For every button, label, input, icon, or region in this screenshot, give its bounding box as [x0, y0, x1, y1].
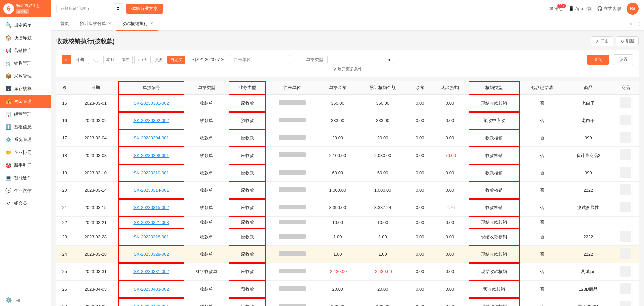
expand-more-btn[interactable]: ∨ 展开更多条件	[333, 66, 362, 72]
sidebar-item-newbie[interactable]: 🎯 新手引导	[0, 159, 51, 172]
doc-no-link[interactable]: SK-20230408-001	[133, 304, 169, 306]
settings-gear-btn[interactable]: ⚙	[113, 3, 123, 14]
cell-verify-type: 收款核销	[469, 129, 520, 147]
filter-expand-btn[interactable]: »	[62, 55, 71, 64]
cell-no: 19	[56, 164, 73, 182]
doc-no-link[interactable]: SK-20230310-001	[133, 170, 169, 175]
product-thumbnail	[620, 301, 631, 306]
store-selector[interactable]: 选择店铺/仓库 ▾	[56, 4, 110, 13]
solution-btn[interactable]: 体验行业方案	[126, 4, 163, 14]
sidebar-item-quick-nav[interactable]: 🏠 快捷导航	[0, 32, 51, 44]
cell-date: 2023-04-08	[73, 298, 118, 306]
date-this-year-btn[interactable]: 本年	[119, 56, 133, 64]
cell-product-img	[612, 112, 639, 129]
tab-prepay[interactable]: 预计应收付单 ✕	[74, 17, 116, 31]
doc-no-link[interactable]: SK-20230308-001	[133, 153, 169, 158]
sidebar-item-wechat[interactable]: 💬 企业微信	[0, 184, 51, 197]
cell-include-settled: 否	[520, 228, 564, 246]
product-thumbnail	[620, 283, 631, 294]
date-this-month-btn[interactable]: 本月	[103, 56, 117, 64]
cell-include-settled: 否	[520, 298, 564, 306]
table-container: ⚙ 日期 单据编号 单据类型 业务类型 往来单位 单据金额 累计核销金额 余额 …	[56, 81, 639, 306]
online-service-btn[interactable]: 🎧 在线客服	[597, 6, 621, 12]
product-thumbnail	[620, 115, 631, 125]
filter-row: » 日期 上月 本月 本年 近7天 更多 自定义 不限 至 2023-07-26…	[62, 54, 633, 65]
receipt-type-select[interactable]: ▾	[327, 56, 394, 64]
doc-no-link[interactable]: SK-20230315-002	[133, 205, 169, 210]
filter-settings-btn[interactable]: 设置	[613, 54, 633, 65]
cell-product	[564, 217, 612, 228]
query-btn[interactable]: 查询	[587, 55, 609, 65]
sidebar-item-system[interactable]: ⚙️ 系统管理	[0, 133, 51, 146]
cell-doc-no: SK-20230314-001	[118, 182, 184, 199]
date-last-month-btn[interactable]: 上月	[88, 56, 102, 64]
cell-doc-type: 收款单	[184, 246, 229, 263]
doc-no-link[interactable]: SK-20230321-003	[133, 220, 169, 225]
cell-verified: 1.00	[357, 228, 409, 246]
sidebar-item-purchase[interactable]: 📦 采购管理	[0, 70, 51, 82]
cell-doc-type: 收款单	[184, 281, 229, 298]
app-download-btn[interactable]: 📱 App下载	[569, 6, 592, 12]
col-setting[interactable]: ⚙	[56, 81, 73, 95]
doc-no-link[interactable]: SK-20230304-001	[133, 135, 169, 140]
sidebar-logo: 6 畅康道好生意 标准版	[0, 0, 51, 17]
doc-no-link[interactable]: SK-20230328-001	[133, 234, 169, 239]
tab-collection[interactable]: 收款核销执行 ✕	[116, 17, 158, 31]
sidebar-item-operation[interactable]: 📊 经营管理	[0, 108, 51, 121]
sidebar-item-finance[interactable]: 💰 资金管理	[0, 95, 51, 108]
filter-expand-row: ∨ 展开更多条件	[62, 65, 633, 73]
message-btn[interactable]: ✉ 消息 99+	[549, 6, 563, 12]
sidebar-item-search[interactable]: 🔍 搜索菜单	[0, 19, 51, 32]
cell-doc-no: SK-20230301-002	[118, 95, 184, 112]
doc-no-link[interactable]: SK-20230314-001	[133, 188, 169, 193]
refresh-btn[interactable]: ↻ 刷新	[616, 36, 639, 46]
counterparty-input[interactable]: 往来单位	[230, 55, 290, 64]
date-custom-btn[interactable]: 自定义	[167, 56, 185, 64]
collapse-icon[interactable]: ◀	[16, 297, 20, 303]
doc-no-link[interactable]: SK-20230301-002	[133, 101, 169, 106]
doc-no-link[interactable]: SK-20230328-002	[133, 252, 169, 257]
sidebar-item-inventory[interactable]: 🗄️ 库存核算	[0, 82, 51, 95]
cell-counterparty	[266, 263, 318, 281]
doc-no-link[interactable]: SK-20230302-002	[133, 118, 169, 123]
sidebar-item-basic-info[interactable]: ℹ️ 基础信息	[0, 121, 51, 133]
doc-no-link[interactable]: SK-20230331-002	[133, 269, 169, 274]
col-product: 商品	[564, 81, 612, 95]
tab-prepay-close[interactable]: ✕	[108, 21, 111, 26]
sidebar-item-sales[interactable]: 🛒 销售管理	[0, 57, 51, 70]
table-row: 272023-04-08SK-20230408-001收款单应收款100.001…	[56, 298, 639, 306]
date-last-7-days-btn[interactable]: 近7天	[134, 56, 151, 64]
sidebar-item-hardware[interactable]: 💻 智能硬件	[0, 172, 51, 184]
tab-home[interactable]: 首页	[55, 17, 74, 31]
user-avatar[interactable]: Rit	[627, 3, 639, 15]
settings-bottom-icon[interactable]: ⚙️	[5, 297, 12, 303]
tab-collection-close[interactable]: ✕	[150, 21, 153, 26]
cell-discount: 0.00	[431, 95, 469, 112]
sales-icon: 🛒	[5, 60, 11, 66]
sidebar-item-enterprise[interactable]: 🤝 企业协同	[0, 146, 51, 159]
cell-include-settled: 否	[520, 95, 564, 112]
close-tab-btn[interactable]: ✕	[629, 21, 633, 27]
cell-verify-type: 现结收款核销	[469, 228, 520, 246]
wechat-icon: 💬	[5, 188, 11, 194]
cell-doc-type: 收款单	[184, 199, 229, 217]
cell-verify-type: 现结收款核销	[469, 246, 520, 263]
cell-date: 2023-03-08	[73, 147, 118, 164]
sidebar-item-marketing[interactable]: 📢 营销推广	[0, 44, 51, 57]
cell-balance: 0.00	[409, 228, 431, 246]
product-thumbnail	[620, 248, 631, 259]
export-btn[interactable]: ↗ 导出	[591, 36, 613, 46]
doc-no-link[interactable]: SK-20230403-002	[133, 287, 169, 292]
cell-verified: 333.00	[357, 112, 409, 129]
cell-biz-type: 应收款	[229, 164, 266, 182]
table-row: 222023-03-21SK-20230321-003收款单应收款10.0010…	[56, 217, 639, 228]
cell-no: 25	[56, 263, 73, 281]
expand-icon: ∨	[333, 67, 336, 72]
date-more-btn[interactable]: 更多	[152, 56, 166, 64]
maximize-tab-btn[interactable]: ⛶	[635, 21, 640, 27]
cell-balance: 0.00	[409, 112, 431, 129]
sidebar-item-member[interactable]: V 畅会员	[0, 197, 51, 210]
cell-no: 26	[56, 281, 73, 298]
cell-biz-type: 应收款	[229, 298, 266, 306]
cell-biz-type: 应收款	[229, 147, 266, 164]
